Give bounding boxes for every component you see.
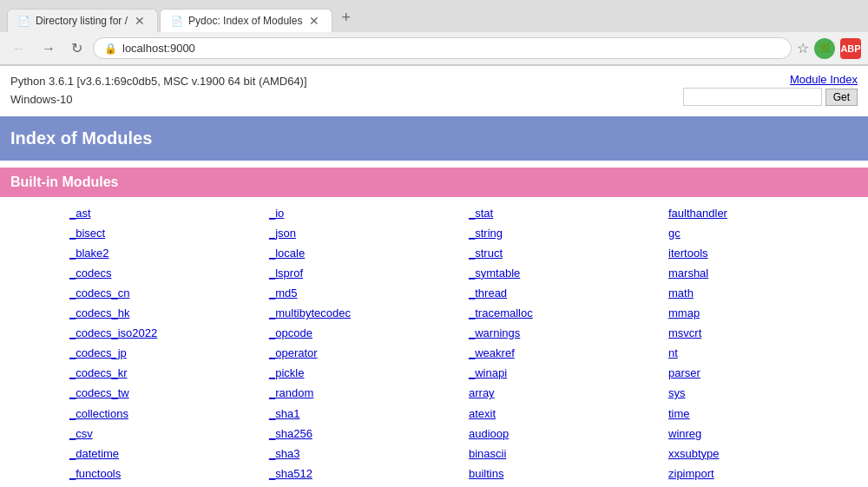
module-link[interactable]: _io	[269, 204, 469, 223]
module-link[interactable]: mmap	[668, 304, 868, 323]
index-header: Index of Modules	[0, 116, 868, 161]
tab-bar: 📄 Directory listing for / ✕ 📄 Pydoc: Ind…	[0, 0, 868, 32]
url-text: localhost:9000	[122, 42, 780, 55]
module-col-4: faulthandlergcitertoolsmarshalmathmmapms…	[668, 204, 868, 487]
tab-title-directory: Directory listing for /	[36, 15, 128, 27]
module-link[interactable]: _codecs	[69, 264, 269, 283]
module-link[interactable]: _stat	[469, 204, 668, 223]
module-link[interactable]: _symtable	[469, 264, 668, 283]
section-title: Built-in Modules	[10, 174, 858, 190]
module-link[interactable]: _multibytecodec	[269, 304, 469, 323]
module-link[interactable]: _winapi	[469, 364, 668, 383]
info-bar: Python 3.6.1 [v3.6.1:69c0db5, MSC v.1900…	[0, 66, 868, 116]
module-link[interactable]: _csv	[69, 424, 269, 444]
module-link[interactable]: atexit	[469, 405, 668, 424]
module-link[interactable]: nt	[668, 344, 868, 363]
back-button[interactable]: ←	[7, 39, 31, 58]
module-link[interactable]: audioop	[469, 424, 668, 444]
nav-bar: ← → ↻ 🔒 localhost:9000 ☆ 🌿 ABP	[0, 32, 868, 65]
module-link[interactable]: _bisect	[69, 224, 269, 243]
module-link[interactable]: _json	[269, 224, 469, 243]
module-link[interactable]: _datetime	[69, 444, 269, 464]
module-link[interactable]: faulthandler	[668, 204, 868, 223]
module-link[interactable]: _sha512	[269, 464, 469, 484]
tab-icon-pydoc: 📄	[171, 16, 183, 27]
tab-close-pydoc[interactable]: ✕	[307, 15, 321, 27]
module-link[interactable]: _locale	[269, 244, 469, 263]
extension-green[interactable]: 🌿	[814, 38, 835, 59]
module-link[interactable]: _codecs_cn	[69, 284, 269, 303]
module-link[interactable]: _lsprof	[269, 264, 469, 283]
module-link[interactable]: _functools	[69, 464, 269, 484]
module-link[interactable]: _thread	[469, 284, 668, 303]
module-link[interactable]: xxsubtype	[668, 444, 868, 464]
address-bar[interactable]: 🔒 localhost:9000	[93, 37, 792, 59]
python-info: Python 3.6.1 [v3.6.1:69c0db5, MSC v.1900…	[10, 73, 307, 109]
search-bar: Get	[683, 88, 858, 106]
new-tab-button[interactable]: +	[334, 5, 358, 30]
module-link[interactable]: _codecs_kr	[69, 364, 269, 383]
builtin-modules-header: Built-in Modules	[0, 168, 868, 197]
module-link[interactable]: _ast	[69, 204, 269, 223]
module-link[interactable]: _tracemalloc	[469, 304, 668, 323]
module-col-1: _ast_bisect_blake2_codecs_codecs_cn_code…	[69, 204, 269, 487]
extension-abp[interactable]: ABP	[840, 38, 861, 59]
browser-chrome: 📄 Directory listing for / ✕ 📄 Pydoc: Ind…	[0, 0, 868, 66]
module-link[interactable]: _warnings	[469, 324, 668, 343]
tab-close-directory[interactable]: ✕	[133, 15, 147, 27]
module-link[interactable]: itertools	[668, 244, 868, 263]
module-link[interactable]: _string	[469, 224, 668, 243]
module-link[interactable]: _codecs_tw	[69, 384, 269, 403]
get-button[interactable]: Get	[825, 89, 858, 106]
lock-icon: 🔒	[104, 43, 117, 55]
page-title: Index of Modules	[10, 128, 858, 148]
module-link[interactable]: array	[469, 384, 668, 403]
module-link[interactable]: sys	[668, 384, 868, 403]
module-link[interactable]: _sha1	[269, 405, 469, 424]
module-link[interactable]: _md5	[269, 284, 469, 303]
tab-title-pydoc: Pydoc: Index of Modules	[188, 15, 302, 27]
module-link[interactable]: _struct	[469, 244, 668, 263]
python-info-line1: Python 3.6.1 [v3.6.1:69c0db5, MSC v.1900…	[10, 73, 307, 91]
module-link[interactable]: _blake2	[69, 244, 269, 263]
module-link[interactable]: marshal	[668, 264, 868, 283]
module-col-2: _io_json_locale_lsprof_md5_multibytecode…	[269, 204, 469, 487]
module-index-link[interactable]: Module Index	[683, 73, 858, 86]
refresh-button[interactable]: ↻	[66, 38, 88, 58]
page-content: Python 3.6.1 [v3.6.1:69c0db5, MSC v.1900…	[0, 66, 868, 487]
tab-pydoc[interactable]: 📄 Pydoc: Index of Modules ✕	[160, 9, 332, 32]
module-link[interactable]: builtins	[469, 464, 668, 484]
module-link[interactable]: msvcrt	[668, 324, 868, 343]
module-link[interactable]: winreg	[668, 424, 868, 444]
module-link[interactable]: _collections	[69, 405, 269, 424]
module-link[interactable]: time	[668, 405, 868, 424]
module-link[interactable]: _codecs_iso2022	[69, 324, 269, 343]
module-link[interactable]: _codecs_hk	[69, 304, 269, 323]
forward-button[interactable]: →	[36, 39, 61, 58]
module-col-3: _stat_string_struct_symtable_thread_trac…	[469, 204, 668, 487]
module-link[interactable]: _weakref	[469, 344, 668, 363]
module-link[interactable]: _random	[269, 384, 469, 403]
module-link[interactable]: parser	[668, 364, 868, 383]
bookmark-icon[interactable]: ☆	[797, 40, 809, 56]
module-link[interactable]: _operator	[269, 344, 469, 363]
module-link[interactable]: _opcode	[269, 324, 469, 343]
module-link[interactable]: math	[668, 284, 868, 303]
module-link[interactable]: gc	[668, 224, 868, 243]
modules-grid: _ast_bisect_blake2_codecs_codecs_cn_code…	[0, 197, 868, 487]
module-link[interactable]: _pickle	[269, 364, 469, 383]
tab-icon-directory: 📄	[18, 16, 30, 27]
module-link[interactable]: _sha3	[269, 444, 469, 464]
python-info-line2: Windows-10	[10, 91, 307, 109]
tab-directory[interactable]: 📄 Directory listing for / ✕	[7, 9, 158, 32]
module-link[interactable]: _codecs_jp	[69, 344, 269, 363]
search-input[interactable]	[683, 88, 822, 106]
module-link[interactable]: _sha256	[269, 424, 469, 444]
module-link[interactable]: zipimport	[668, 464, 868, 484]
module-link[interactable]: binascii	[469, 444, 668, 464]
